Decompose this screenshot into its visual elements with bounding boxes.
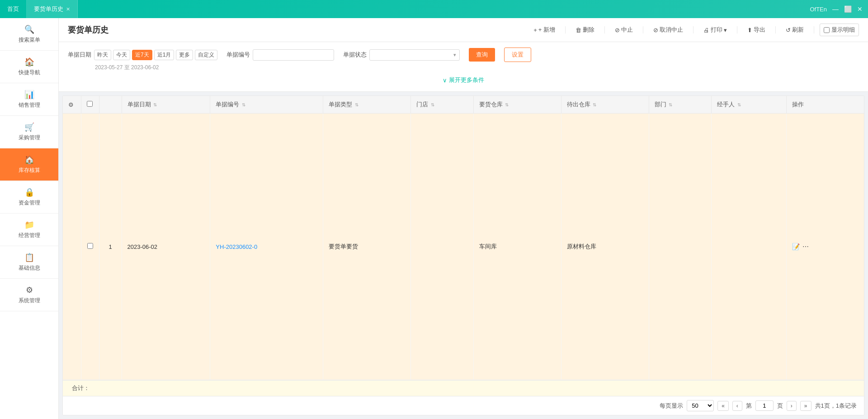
sidebar-item-search[interactable]: 🔍 搜索菜单 bbox=[0, 18, 58, 51]
date-btn-yesterday[interactable]: 昨天 bbox=[94, 50, 111, 60]
search-icon: 🔍 bbox=[24, 24, 34, 34]
refresh-icon: ↺ bbox=[786, 27, 791, 33]
summary-label: 合计： bbox=[72, 384, 90, 392]
date-btn-7days[interactable]: 近7天 bbox=[132, 50, 152, 60]
page-content: 要货单历史 + + 新增 🗑 删除 ⊘ 中止 bbox=[59, 18, 868, 419]
print-dropdown-icon: ▾ bbox=[724, 27, 727, 33]
tab-purchase-history[interactable]: 要货单历史 ✕ bbox=[27, 0, 78, 18]
display-detail-button[interactable]: 显示明细 bbox=[820, 24, 859, 36]
sort-request-wh-icon: ⇅ bbox=[505, 102, 509, 107]
stop-button[interactable]: ⊘ 中止 bbox=[610, 24, 637, 36]
td-number: YH-20230602-0 bbox=[210, 114, 323, 380]
tab-close-icon[interactable]: ✕ bbox=[66, 6, 70, 12]
th-number[interactable]: 单据编号 ⇅ bbox=[210, 96, 323, 114]
refresh-button[interactable]: ↺ 刷新 bbox=[781, 24, 808, 36]
expand-more-btn[interactable]: ∨ 展开更多条件 bbox=[68, 74, 859, 86]
print-button[interactable]: 🖨 打印 ▾ bbox=[699, 24, 731, 36]
sidebar-item-sales[interactable]: 📊 销售管理 bbox=[0, 83, 58, 116]
prev-page-btn[interactable]: ‹ bbox=[732, 401, 742, 411]
tab-home[interactable]: 首页 bbox=[0, 0, 27, 18]
sort-pending-wh-icon: ⇅ bbox=[593, 102, 596, 107]
operations-icon: 📁 bbox=[24, 220, 34, 230]
row-checkbox[interactable] bbox=[87, 243, 93, 249]
table-area: ⚙ 单据日期 ⇅ 单据编号 ⇅ bbox=[62, 95, 864, 415]
td-row-settings bbox=[63, 114, 81, 380]
toolbar: + + 新增 🗑 删除 ⊘ 中止 ⊘ bbox=[529, 24, 859, 36]
page-number-input[interactable]: 1 bbox=[755, 400, 774, 411]
td-type: 要货单要货 bbox=[323, 114, 411, 380]
sort-type-icon: ⇅ bbox=[355, 102, 359, 107]
export-button[interactable]: ⬆ 导出 bbox=[743, 24, 770, 36]
row-edit-icon[interactable]: 📝 bbox=[792, 243, 800, 250]
td-num: 1 bbox=[99, 114, 122, 380]
next-page-btn[interactable]: › bbox=[787, 401, 797, 411]
document-status-select[interactable] bbox=[369, 49, 460, 61]
td-department bbox=[649, 114, 711, 380]
th-pending-warehouse[interactable]: 待出仓库 ⇅ bbox=[561, 96, 649, 114]
row-more-icon[interactable]: ⋯ bbox=[802, 243, 809, 250]
divider-1 bbox=[565, 26, 566, 33]
date-btn-custom[interactable]: 自定义 bbox=[195, 50, 217, 60]
date-btn-more[interactable]: 更多 bbox=[176, 50, 193, 60]
divider-2 bbox=[604, 26, 605, 33]
last-page-btn[interactable]: » bbox=[800, 401, 811, 411]
sidebar-item-quick-nav[interactable]: 🏠 快捷导航 bbox=[0, 51, 58, 83]
content-area: 要货单历史 + + 新增 🗑 删除 ⊘ 中止 bbox=[59, 18, 868, 419]
td-checkbox bbox=[81, 114, 99, 380]
top-bar-right: OfTEn — ⬜ ✕ bbox=[804, 5, 868, 13]
sidebar-item-system[interactable]: ⚙ 系统管理 bbox=[0, 279, 58, 311]
window-close-icon[interactable]: ✕ bbox=[857, 5, 863, 13]
per-page-select[interactable]: 10 20 50 100 bbox=[687, 400, 714, 411]
first-page-btn[interactable]: « bbox=[717, 401, 729, 411]
td-handler bbox=[711, 114, 786, 380]
filter-date: 单据日期 昨天 今天 近7天 近1月 更多 自定义 bbox=[68, 50, 217, 60]
home-icon: 🏠 bbox=[24, 57, 34, 67]
th-request-warehouse[interactable]: 要货仓库 ⇅ bbox=[473, 96, 561, 114]
top-bar: 首页 要货单历史 ✕ OfTEn — ⬜ ✕ bbox=[0, 0, 868, 18]
filter-doc-status: 单据状态 bbox=[343, 49, 460, 61]
filter-area: 单据日期 昨天 今天 近7天 近1月 更多 自定义 单据编号 bbox=[59, 42, 868, 92]
th-store[interactable]: 门店 ⇅ bbox=[411, 96, 473, 114]
main-layout: 🔍 搜索菜单 🏠 快捷导航 📊 销售管理 🛒 采购管理 🏠 库存核算 🔒 资金管… bbox=[0, 18, 868, 419]
per-page-label: 每页显示 bbox=[660, 402, 683, 410]
page-title: 要货单历史 bbox=[68, 24, 108, 35]
sidebar-item-operations[interactable]: 📁 经营管理 bbox=[0, 214, 58, 246]
divider-3 bbox=[643, 26, 643, 33]
doc-number-link[interactable]: YH-20230602-0 bbox=[216, 243, 257, 250]
date-btn-today[interactable]: 今天 bbox=[113, 50, 130, 60]
sidebar-item-finance[interactable]: 🔒 资金管理 bbox=[0, 181, 58, 214]
query-button[interactable]: 查询 bbox=[469, 48, 495, 62]
maximize-icon[interactable]: ⬜ bbox=[844, 5, 852, 13]
summary-bar: 合计： bbox=[63, 380, 864, 396]
print-icon: 🖨 bbox=[703, 27, 709, 33]
date-btn-1month[interactable]: 近1月 bbox=[154, 50, 175, 60]
th-checkbox bbox=[81, 96, 99, 114]
sidebar-item-basic-info[interactable]: 📋 基础信息 bbox=[0, 246, 58, 279]
th-settings[interactable]: ⚙ bbox=[63, 96, 81, 114]
select-all-checkbox[interactable] bbox=[87, 101, 93, 107]
cancel-stop-button[interactable]: ⊘ 取消中止 bbox=[649, 24, 688, 36]
display-detail-checkbox[interactable] bbox=[824, 27, 830, 33]
filter-row-1: 单据日期 昨天 今天 近7天 近1月 更多 自定义 单据编号 bbox=[68, 48, 859, 62]
th-handler[interactable]: 经手人 ⇅ bbox=[711, 96, 786, 114]
th-department[interactable]: 部门 ⇅ bbox=[649, 96, 711, 114]
pagination-bar: 每页显示 10 20 50 100 « ‹ 第 1 页 › » 共1页，1条记录 bbox=[63, 396, 864, 415]
filter-doc-status-label: 单据状态 bbox=[343, 51, 367, 59]
td-action: 📝 ⋯ bbox=[787, 114, 864, 380]
th-type[interactable]: 单据类型 ⇅ bbox=[323, 96, 411, 114]
sort-store-icon: ⇅ bbox=[431, 102, 434, 107]
sidebar-item-purchase[interactable]: 🛒 采购管理 bbox=[0, 116, 58, 148]
settings-button[interactable]: 设置 bbox=[504, 48, 531, 62]
filter-date-label: 单据日期 bbox=[68, 51, 91, 59]
table-row: 1 2023-06-02 YH-20230602-0 要货单要货 车间库 原材料… bbox=[63, 114, 864, 380]
filter-doc-number: 单据编号 bbox=[226, 49, 334, 61]
td-store bbox=[411, 114, 473, 380]
new-button[interactable]: + + 新增 bbox=[529, 24, 560, 36]
minimize-icon[interactable]: — bbox=[832, 5, 839, 13]
expand-icon: ∨ bbox=[443, 77, 447, 84]
divider-5 bbox=[737, 26, 737, 33]
th-date[interactable]: 单据日期 ⇅ bbox=[122, 96, 210, 114]
delete-button[interactable]: 🗑 删除 bbox=[571, 24, 599, 36]
sidebar-item-inventory[interactable]: 🏠 库存核算 bbox=[0, 148, 58, 181]
document-number-input[interactable] bbox=[253, 49, 334, 61]
